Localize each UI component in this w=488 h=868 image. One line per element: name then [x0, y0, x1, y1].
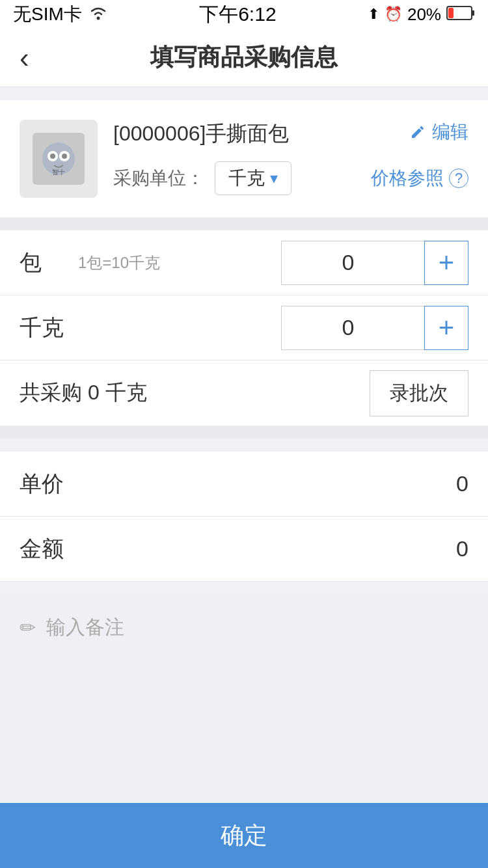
remark-inner: ✏ 输入备注 — [20, 614, 468, 641]
svg-rect-2 — [472, 10, 474, 16]
bag-quantity-input[interactable] — [281, 241, 424, 285]
bag-input-row: 包 1包=10千克 + — [0, 230, 488, 295]
product-header: [0000006]手撕面包 编辑 — [113, 120, 468, 148]
wifi-icon — [88, 4, 108, 25]
unit-price-label: 单价 — [20, 469, 64, 499]
price-ref-icon[interactable]: ? — [449, 169, 468, 188]
input-section: 包 1包=10千克 + 千克 + — [0, 230, 488, 360]
unit-price-row: 单价 0 — [0, 452, 488, 517]
alarm-icon: ⏰ — [385, 6, 402, 23]
svg-point-7 — [50, 154, 55, 159]
edit-button[interactable]: 编辑 — [410, 120, 468, 144]
amount-row: 金额 0 — [0, 517, 488, 582]
battery-pct: 20% — [407, 5, 441, 25]
svg-rect-3 — [448, 8, 454, 18]
battery-icon — [446, 5, 475, 25]
total-label: 共采购 0 千克 — [20, 379, 147, 407]
amount-value: 0 — [456, 536, 468, 562]
svg-point-8 — [62, 154, 67, 159]
bag-label: 包 — [20, 248, 72, 278]
unit-price-value: 0 — [456, 471, 468, 496]
kg-quantity-input[interactable] — [281, 306, 424, 350]
back-button[interactable]: ‹ — [20, 42, 29, 74]
page-title: 填写商品采购信息 — [150, 42, 338, 74]
carrier-text: 无SIM卡 — [13, 2, 82, 27]
confirm-button-label: 确定 — [221, 820, 267, 852]
price-section: 单价 0 金额 0 — [0, 452, 488, 582]
product-thumbnail: 智十 — [20, 120, 98, 198]
total-row: 共采购 0 千克 录批次 — [0, 360, 488, 426]
section-separator-2 — [0, 426, 488, 439]
batch-button[interactable]: 录批次 — [370, 370, 468, 416]
nav-bar: ‹ 填写商品采购信息 — [0, 29, 488, 87]
section-separator-1 — [0, 217, 488, 230]
kg-plus-button[interactable]: + — [424, 306, 468, 350]
bag-sublabel: 1包=10千克 — [78, 252, 160, 273]
bag-input-right: + — [281, 241, 468, 285]
location-icon: ⬆ — [368, 6, 379, 23]
purchase-unit-label: 采购单位： — [113, 166, 204, 191]
unit-select[interactable]: 千克 ▾ — [215, 161, 291, 195]
product-logo: 智十 — [33, 133, 85, 185]
price-ref-button[interactable]: 价格参照 ? — [371, 166, 468, 191]
product-name: [0000006]手撕面包 — [113, 120, 289, 148]
pencil-icon: ✏ — [20, 616, 36, 639]
status-bar: 无SIM卡 下午6:12 ⬆ ⏰ 20% — [0, 0, 488, 29]
product-card: 智十 [0000006]手撕面包 编辑 采购单位： 千克 ▾ 价格参照 — [0, 100, 488, 217]
kg-input-row: 千克 + — [0, 295, 488, 360]
status-right: ⬆ ⏰ 20% — [368, 5, 475, 25]
confirm-button[interactable]: 确定 — [0, 803, 488, 868]
kg-label: 千克 — [20, 313, 72, 343]
svg-text:智十: 智十 — [52, 169, 65, 176]
status-time: 下午6:12 — [199, 1, 276, 28]
remark-placeholder: 输入备注 — [46, 614, 124, 641]
remark-section[interactable]: ✏ 输入备注 — [0, 595, 488, 673]
purchase-unit-row: 采购单位： 千克 ▾ 价格参照 ? — [113, 161, 468, 195]
amount-label: 金额 — [20, 534, 64, 564]
bag-plus-button[interactable]: + — [424, 241, 468, 285]
kg-input-right: + — [281, 306, 468, 350]
svg-point-0 — [96, 17, 100, 20]
product-info: [0000006]手撕面包 编辑 采购单位： 千克 ▾ 价格参照 ? — [113, 120, 468, 195]
status-left: 无SIM卡 — [13, 2, 108, 27]
